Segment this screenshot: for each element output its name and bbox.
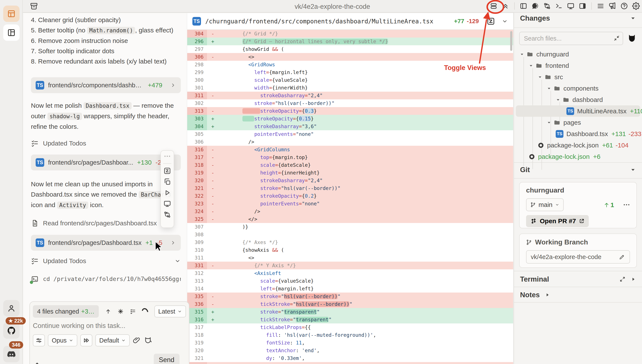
git-section-header[interactable]: Git: [514, 164, 642, 176]
file-change-chip[interactable]: TS frontend/src/pages/Dashboard.tsx +1-5: [31, 235, 181, 251]
send-button[interactable]: Send: [154, 354, 180, 364]
tree-item-package-lock-json[interactable]: package-lock.json+6: [514, 151, 642, 162]
diff-sign: -: [207, 53, 219, 61]
working-branch-field: [526, 250, 630, 264]
git-compare-icon[interactable]: [163, 211, 171, 218]
collapse-tree-icon[interactable]: [613, 35, 620, 42]
diff-line-number: 312: [187, 269, 207, 277]
github-button[interactable]: [3, 322, 20, 339]
tree-item-package-lock-json[interactable]: package-lock.json+61-104: [514, 140, 642, 151]
spark-icon[interactable]: [118, 308, 124, 315]
toggle-views-icon[interactable]: [490, 2, 497, 10]
tree-item-components[interactable]: components: [514, 83, 642, 94]
tree-caret-icon[interactable]: [547, 86, 551, 91]
notes-section-row[interactable]: Notes: [514, 288, 642, 302]
tree-item-src[interactable]: src: [514, 71, 642, 83]
zed-icon[interactable]: [163, 167, 171, 175]
diff-file-path: /churnguard/frontend/src/components/dash…: [205, 18, 433, 25]
diff-sign: [207, 231, 219, 238]
repo-menu-icon[interactable]: [623, 201, 630, 208]
copy-icon[interactable]: [163, 178, 171, 186]
fast-forward-button[interactable]: [80, 334, 92, 346]
git-compare-icon[interactable]: [543, 2, 551, 10]
todos-row[interactable]: Updated Todos: [31, 138, 181, 148]
panel-right-icon[interactable]: [579, 2, 586, 10]
discord-count-badge: 346: [9, 341, 23, 348]
ts-file-badge: TS: [36, 158, 44, 167]
repo-card: churnguard main 1 Open PR #7: [519, 182, 637, 228]
pen-icon[interactable]: [32, 360, 40, 364]
tree-item-frontend[interactable]: frontend: [514, 60, 642, 71]
settings-icon[interactable]: [632, 2, 640, 10]
menu-icon[interactable]: [597, 2, 604, 10]
model-dropdown[interactable]: Opus: [48, 334, 77, 346]
todos-row[interactable]: Updated Todos: [31, 256, 181, 266]
edit-pencil-icon[interactable]: [619, 254, 625, 260]
diff-row: 320 - strokeDasharray="2,4": [187, 177, 513, 184]
diff-line-number: 323: [187, 200, 207, 208]
board-view-button[interactable]: [3, 24, 20, 41]
open-pr-button[interactable]: Open PR #7: [526, 215, 589, 227]
terminal-icon[interactable]: [555, 2, 563, 10]
panel-left-icon[interactable]: [520, 2, 527, 10]
collapse-diff-icon[interactable]: [502, 18, 508, 24]
changes-section-header[interactable]: Changes: [514, 12, 642, 24]
account-button[interactable]: [3, 300, 20, 316]
diff-sign: -: [207, 107, 219, 115]
play-icon[interactable]: [163, 189, 171, 196]
tree-item-dashboard-tsx[interactable]: TSDashboard.tsx+131-233: [514, 128, 642, 140]
cat-icon[interactable]: [627, 34, 637, 43]
diff-line-number: 309: [187, 238, 207, 246]
monitor-icon[interactable]: [567, 2, 574, 10]
diff-row: 307 )}: [187, 223, 513, 231]
dots-icon[interactable]: [163, 152, 171, 160]
branch-dropdown[interactable]: main: [526, 198, 564, 211]
tree-caret-icon[interactable]: [547, 120, 551, 125]
tree-caret-icon[interactable]: [538, 75, 542, 80]
chevron-down-icon[interactable]: [174, 258, 181, 264]
diff-sign: -: [207, 362, 219, 364]
diff-sign: -: [207, 300, 219, 308]
tree-item-dashboard[interactable]: dashboard: [514, 94, 642, 106]
workspace-active-button[interactable]: [3, 6, 20, 22]
chat-history: 4. Cleaner grid (subtler opacity)5. Bett…: [23, 13, 187, 284]
diff-line-number: 302: [187, 99, 207, 107]
settings-sliders-button[interactable]: [33, 334, 45, 346]
search-input[interactable]: [519, 32, 623, 45]
sliders-icon: [36, 337, 42, 344]
tree-caret-icon[interactable]: [556, 98, 560, 102]
scroll-up-icon[interactable]: [105, 308, 111, 315]
mode-dropdown[interactable]: Default: [95, 334, 130, 346]
cat-icon[interactable]: [144, 336, 152, 344]
working-branch-input[interactable]: [531, 254, 619, 260]
tree-caret-icon[interactable]: [520, 52, 524, 57]
chevron-down-icon: [69, 338, 74, 343]
latest-dropdown[interactable]: Latest: [154, 306, 186, 318]
chat-bubble-icon[interactable]: [531, 2, 539, 10]
collapse-up-icon[interactable]: [502, 2, 509, 10]
terminal-command-row[interactable]: cd /private/var/folders/10/h7w0q46556ggr…: [31, 274, 181, 284]
diff-row: 305 pointerEvents="none": [187, 130, 513, 138]
tree-item-multilinearea-tsx[interactable]: TSMultiLineArea.tsx+110-162: [516, 106, 640, 117]
todos-status-icon[interactable]: [130, 308, 136, 315]
files-changed-chip[interactable]: 4 files changed+3…: [33, 305, 99, 318]
megaphone-icon[interactable]: [608, 2, 616, 10]
help-icon[interactable]: [620, 2, 628, 10]
diff-row: 315 + stroke="transparent": [187, 308, 513, 316]
monitor-icon[interactable]: [163, 200, 171, 208]
discord-icon: [7, 350, 16, 359]
tree-item-churnguard[interactable]: churnguard: [514, 48, 642, 60]
terminal-section-row[interactable]: Terminal: [514, 272, 642, 286]
attach-icon[interactable]: [133, 336, 141, 344]
open-in-editor-icon[interactable]: [486, 17, 495, 26]
diff-row: 321 dy: '0.33em',: [187, 354, 513, 362]
tree-caret-icon[interactable]: [529, 63, 533, 68]
diff-sign: [207, 254, 219, 262]
expand-icon[interactable]: [619, 276, 626, 282]
chat-input[interactable]: [33, 322, 180, 333]
tree-item-pages[interactable]: pages: [514, 117, 642, 128]
file-change-chip[interactable]: TS frontend/src/pages/Dashboar... +130-2: [31, 154, 181, 170]
file-change-chip[interactable]: TS frontend/src/components/dashboa... +4…: [31, 77, 181, 93]
diff-scrollbar-thumb[interactable]: [510, 31, 512, 51]
read-file-row[interactable]: Read frontend/src/pages/Dashboard.tsx: [31, 218, 181, 228]
